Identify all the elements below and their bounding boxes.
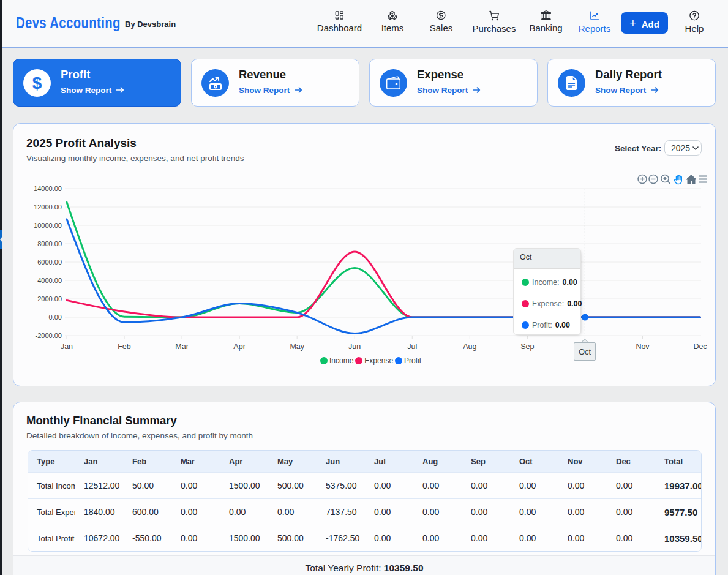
svg-text:Jul: Jul [407, 342, 417, 351]
svg-text:Feb: Feb [118, 342, 131, 351]
svg-text:14000.00: 14000.00 [34, 185, 62, 192]
svg-text:0.00: 0.00 [49, 314, 62, 321]
svg-text:Dec: Dec [693, 342, 707, 351]
svg-text:12000.00: 12000.00 [34, 203, 62, 211]
svg-text:Jan: Jan [61, 342, 73, 351]
svg-text:Jun: Jun [348, 342, 361, 351]
svg-text:8000.00: 8000.00 [37, 240, 62, 247]
svg-text:Nov: Nov [636, 342, 650, 351]
svg-text:-2000.00: -2000.00 [36, 332, 62, 339]
svg-text:Apr: Apr [233, 342, 245, 351]
svg-text:2000.00: 2000.00 [37, 295, 62, 303]
svg-text:6000.00: 6000.00 [37, 258, 62, 266]
svg-text:Mar: Mar [175, 342, 189, 351]
svg-text:4000.00: 4000.00 [37, 277, 62, 284]
svg-text:10000.00: 10000.00 [34, 222, 62, 229]
svg-text:Aug: Aug [463, 342, 476, 351]
svg-text:Sep: Sep [520, 342, 534, 351]
svg-text:May: May [290, 342, 304, 351]
